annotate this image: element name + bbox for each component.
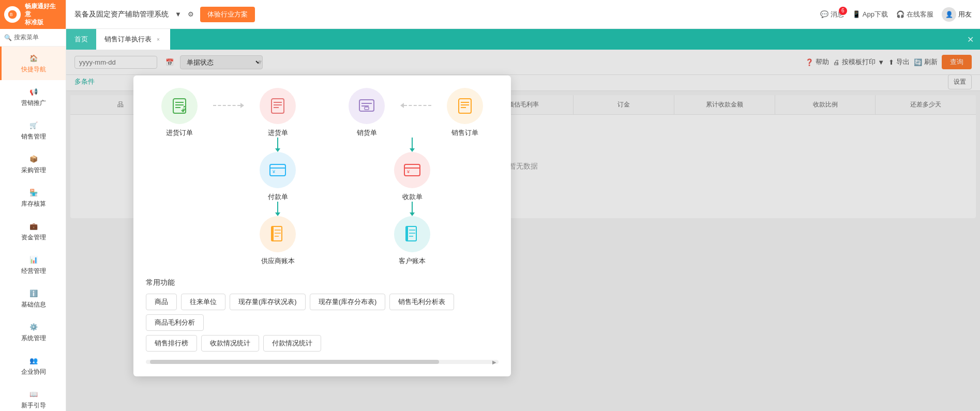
- common-btn-sales-gross[interactable]: 销售毛利分析表: [389, 294, 454, 310]
- sidebar-label-operations: 经营管理: [21, 267, 46, 276]
- sales-bill-icon: [349, 88, 385, 124]
- popup-scrollbar-thumb[interactable]: [150, 360, 439, 364]
- megaphone-icon: 📢: [28, 86, 39, 97]
- avatar: 👤: [942, 7, 956, 22]
- sidebar-item-enterprise[interactable]: 👥 企业协同: [0, 349, 66, 383]
- common-btn-stock-status[interactable]: 现存量(库存状况表): [230, 294, 306, 310]
- tab-sales-order-label: 销售订单执行表: [104, 35, 152, 44]
- main-content: 装备及固定资产辅助管理系统 ▼ ⚙ 体验行业方案 💬 消息 6 📱 App下载 …: [66, 0, 980, 411]
- node-customer-ledger-label: 客户账本: [399, 256, 426, 266]
- common-btn-product-gross[interactable]: 商品毛利分析: [146, 314, 204, 331]
- node-purchase-bill[interactable]: 进货单: [244, 88, 311, 138]
- node-sales-bill[interactable]: 销货单: [333, 88, 400, 138]
- user-area[interactable]: 👤 用友: [942, 7, 972, 22]
- flow-diagram: 进货订单 进货单: [146, 88, 499, 266]
- tab-sales-order[interactable]: 销售订单执行表 ×: [96, 29, 170, 50]
- search-icon: 🔍: [4, 34, 12, 41]
- sidebar-label-basic-info: 基础信息: [21, 300, 46, 309]
- svg-text:¥: ¥: [272, 169, 276, 174]
- sidebar-item-marketing[interactable]: 📢 营销推广: [0, 80, 66, 114]
- info-icon: ℹ️: [28, 288, 39, 298]
- sidebar-item-purchase[interactable]: 📦 采购管理: [0, 147, 66, 181]
- tabbar-close-button[interactable]: ✕: [967, 35, 974, 44]
- common-functions-title: 常用功能: [146, 278, 499, 287]
- warehouse-icon: 🏪: [28, 187, 39, 197]
- node-supplier-ledger[interactable]: 供应商账本: [244, 216, 311, 266]
- sidebar-label-quick-guide: 快捷导航: [21, 65, 46, 74]
- sidebar-item-basic-info[interactable]: ℹ️ 基础信息: [0, 282, 66, 315]
- node-purchase-order[interactable]: 进货订单: [146, 88, 213, 138]
- common-btn-sales-rank[interactable]: 销售排行榜: [146, 335, 197, 352]
- common-buttons-row2: 销售排行榜 收款情况统计 付款情况统计: [146, 335, 499, 352]
- sidebar-label-system: 系统管理: [21, 334, 46, 343]
- team-icon: 👥: [28, 355, 39, 366]
- home-icon: 🏠: [28, 53, 39, 63]
- sidebar-logo: B 畅康通好生意 标准版: [0, 0, 66, 29]
- sidebar-nav: 🏠 快捷导航 📢 营销推广 🛒 销售管理 📦 采购管理 🏪 库存核算 💼: [0, 47, 66, 411]
- node-receipt-bill-label: 收款单: [402, 192, 423, 202]
- system-dropdown[interactable]: ▼: [175, 10, 182, 18]
- sidebar-label-inventory: 库存核算: [21, 200, 46, 208]
- node-payment-bill[interactable]: ¥ 付款单: [244, 152, 311, 202]
- node-payment-bill-label: 付款单: [268, 192, 288, 202]
- logo-icon: B: [4, 6, 21, 23]
- node-purchase-order-label: 进货订单: [166, 128, 193, 138]
- online-service-action[interactable]: 🎧 在线客服: [896, 10, 933, 19]
- sidebar-item-inventory[interactable]: 🏪 库存核算: [0, 181, 66, 215]
- search-menu[interactable]: 🔍 搜索菜单: [0, 29, 66, 47]
- tab-close-icon[interactable]: ×: [155, 36, 162, 43]
- tabbar: 首页 销售订单执行表 × ✕: [66, 29, 980, 50]
- tab-home[interactable]: 首页: [66, 29, 96, 50]
- receipt-bill-icon: ¥: [394, 152, 430, 188]
- svg-rect-13: [365, 107, 369, 110]
- message-icon: 💬: [820, 10, 828, 18]
- sidebar-item-system[interactable]: ⚙️ 系统管理: [0, 315, 66, 349]
- common-btn-contacts[interactable]: 往来单位: [181, 294, 225, 310]
- popup-scrollbar-right-arrow[interactable]: ▶: [490, 360, 499, 364]
- svg-rect-6: [272, 99, 284, 113]
- sidebar-item-sales[interactable]: 🛒 销售管理: [0, 114, 66, 147]
- app-download-action[interactable]: 📱 App下载: [852, 10, 888, 19]
- sidebar-label-sales: 销售管理: [21, 132, 46, 141]
- popup-scrollbar[interactable]: ▶: [146, 360, 499, 364]
- system-title: 装备及固定资产辅助管理系统: [74, 10, 169, 19]
- sidebar-label-guide: 新手引导: [21, 401, 46, 410]
- flow-popup: 进货订单 进货单: [133, 75, 511, 376]
- node-sales-order[interactable]: 销售订单: [431, 88, 499, 138]
- content-area: 📅 单据状态 ▼ ❓ 帮助 🖨 按模板打印 ▼ ⬆: [66, 50, 980, 411]
- sidebar-item-operations[interactable]: 📊 经营管理: [0, 248, 66, 282]
- logo-text: 畅康通好生意 标准版: [25, 3, 62, 27]
- node-supplier-ledger-label: 供应商账本: [261, 256, 295, 266]
- node-purchase-bill-label: 进货单: [268, 128, 288, 138]
- payment-bill-icon: ¥: [260, 152, 296, 188]
- arrow-sales-order-to-bill: [400, 103, 431, 123]
- chevron-down-icon: ▼: [175, 10, 182, 18]
- common-btn-stock-dist[interactable]: 现存量(库存分布表): [310, 294, 386, 310]
- box-icon: 📦: [28, 154, 39, 164]
- common-btn-products[interactable]: 商品: [146, 294, 177, 310]
- sidebar-item-finance[interactable]: 💼 资金管理: [0, 215, 66, 248]
- cart-icon: 🛒: [28, 120, 39, 130]
- common-btn-receipt-stats[interactable]: 收款情况统计: [201, 335, 259, 352]
- tab-home-label: 首页: [74, 35, 88, 44]
- experience-btn[interactable]: 体验行业方案: [200, 7, 255, 22]
- common-btn-payment-stats[interactable]: 付款情况统计: [263, 335, 321, 352]
- download-icon: 📱: [852, 10, 861, 18]
- svg-rect-30: [406, 226, 408, 241]
- supplier-ledger-icon: [260, 216, 296, 252]
- sidebar-item-quick-guide[interactable]: 🏠 快捷导航: [0, 47, 66, 80]
- node-sales-bill-label: 销货单: [357, 128, 377, 138]
- gear-icon[interactable]: ⚙: [188, 10, 194, 18]
- sidebar-item-guide[interactable]: 📖 新手引导: [0, 383, 66, 411]
- node-customer-ledger[interactable]: 客户账本: [379, 216, 446, 266]
- sidebar-label-marketing: 营销推广: [21, 99, 46, 108]
- svg-rect-25: [272, 226, 274, 241]
- sidebar-label-finance: 资金管理: [21, 233, 46, 242]
- purchase-order-icon: [161, 88, 198, 124]
- app-download-label: App下载: [863, 10, 888, 19]
- svg-text:¥: ¥: [406, 169, 410, 174]
- purchase-bill-icon: [260, 88, 296, 124]
- message-action[interactable]: 💬 消息 6: [820, 10, 844, 19]
- node-receipt-bill[interactable]: ¥ 收款单: [379, 152, 446, 202]
- svg-rect-14: [459, 99, 471, 113]
